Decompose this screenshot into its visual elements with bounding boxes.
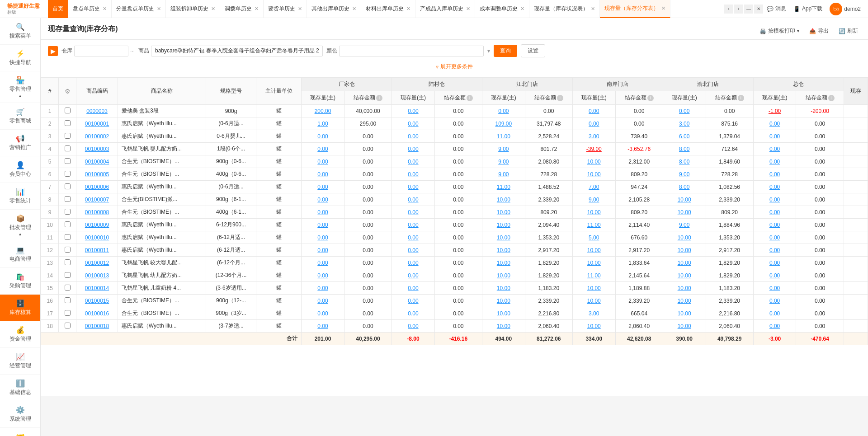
t-qty[interactable]: 0.00 — [753, 181, 796, 193]
l-qty[interactable]: 0.00 — [392, 269, 435, 282]
row-checkbox[interactable] — [65, 120, 71, 126]
tab-1[interactable]: 分量盘点单历史✕ — [112, 0, 166, 18]
yb-qty[interactable]: 10.00 — [663, 231, 706, 244]
close-window-btn[interactable]: ✕ — [754, 5, 763, 14]
l-qty[interactable]: 0.00 — [392, 117, 435, 130]
na-qty[interactable]: 7.00 — [572, 181, 615, 193]
sidebar-item-12[interactable]: 📈经营管理 — [0, 348, 40, 375]
t-qty[interactable]: 0.00 — [753, 269, 796, 282]
message-btn[interactable]: 💬 消息 — [767, 5, 786, 13]
jb-qty[interactable]: 10.00 — [482, 193, 525, 206]
yb-qty[interactable]: 10.00 — [663, 295, 706, 307]
tab-2[interactable]: 组装拆卸单历史✕ — [166, 0, 220, 18]
f-qty[interactable]: 0.00 — [302, 307, 344, 320]
t-qty[interactable]: 0.00 — [753, 231, 796, 244]
f-qty[interactable]: 0.00 — [302, 219, 344, 231]
sidebar-item-1[interactable]: ⚡快捷导航 — [0, 45, 40, 71]
search-btn[interactable]: 查询 — [494, 45, 517, 57]
close-tab-2[interactable]: ✕ — [211, 6, 215, 12]
close-tab-8[interactable]: ✕ — [520, 6, 524, 12]
sidebar-item-2[interactable]: 🏪零售管理▴ — [0, 71, 40, 103]
row-checkbox[interactable] — [65, 133, 71, 139]
close-tab-7[interactable]: ✕ — [466, 6, 470, 12]
t-qty[interactable]: 0.00 — [753, 168, 796, 181]
tab-3[interactable]: 调拨单历史✕ — [220, 0, 264, 18]
jb-qty[interactable]: 11.00 — [482, 130, 525, 143]
f-qty[interactable]: 0.00 — [302, 295, 344, 307]
l-qty[interactable]: 0.00 — [392, 244, 435, 257]
l-qty[interactable]: 0.00 — [392, 282, 435, 295]
f-qty[interactable]: 0.00 — [302, 231, 344, 244]
yb-qty[interactable]: 8.00 — [663, 143, 706, 155]
jb-qty[interactable]: 10.00 — [482, 206, 525, 219]
yb-qty[interactable]: 10.00 — [663, 257, 706, 269]
product-code[interactable]: 00100009 — [76, 219, 118, 231]
product-code[interactable]: 00100013 — [76, 269, 118, 282]
jb-qty[interactable]: 9.00 — [482, 168, 525, 181]
jb-qty[interactable]: 10.00 — [482, 244, 525, 257]
jb-qty[interactable]: 10.00 — [482, 295, 525, 307]
jb-qty[interactable]: 10.00 — [482, 219, 525, 231]
sidebar-item-8[interactable]: 💻电商管理 — [0, 241, 40, 268]
yb-qty[interactable]: 10.00 — [663, 320, 706, 333]
f-qty[interactable]: 0.00 — [302, 181, 344, 193]
product-code[interactable]: 00100010 — [76, 231, 118, 244]
sidebar-item-13[interactable]: ℹ️基础信息 — [0, 375, 40, 401]
row-checkbox[interactable] — [65, 183, 71, 189]
tab-home[interactable]: 首页 — [48, 0, 68, 18]
sidebar-item-10[interactable]: 🗄️库存核算 — [0, 295, 40, 321]
yb-qty[interactable]: 9.00 — [663, 168, 706, 181]
yb-qty[interactable]: 10.00 — [663, 206, 706, 219]
yb-qty[interactable]: 6.00 — [663, 130, 706, 143]
jb-qty[interactable]: 109.00 — [482, 117, 525, 130]
product-code[interactable]: 00100006 — [76, 181, 118, 193]
product-code[interactable]: 00100015 — [76, 295, 118, 307]
close-tab-6[interactable]: ✕ — [406, 6, 410, 12]
t-qty[interactable]: 0.00 — [753, 219, 796, 231]
product-code[interactable]: 00100011 — [76, 244, 118, 257]
na-qty[interactable]: 0.00 — [572, 117, 615, 130]
row-checkbox[interactable] — [65, 221, 71, 227]
jb-qty[interactable]: 10.00 — [482, 257, 525, 269]
sidebar-item-15[interactable]: 🤝企业协同 — [0, 428, 40, 436]
row-checkbox[interactable] — [65, 259, 71, 265]
tab-8[interactable]: 成本调整单历史✕ — [475, 0, 529, 18]
l-qty[interactable]: 0.00 — [392, 206, 435, 219]
yb-qty[interactable]: 0.00 — [663, 105, 706, 117]
l-qty[interactable]: 0.00 — [392, 105, 435, 117]
yb-qty[interactable]: 10.00 — [663, 244, 706, 257]
t-qty[interactable]: 0.00 — [753, 193, 796, 206]
warehouse-input[interactable] — [74, 46, 128, 56]
expand-conditions-btn[interactable]: ▿ 展开更多条件 — [48, 61, 861, 72]
row-checkbox[interactable] — [65, 285, 71, 291]
na-qty[interactable]: 10.00 — [572, 257, 615, 269]
sidebar-item-0[interactable]: 🔍搜索英单 — [0, 18, 40, 45]
info-icon-1[interactable]: i — [376, 95, 382, 101]
f-qty[interactable]: 0.00 — [302, 320, 344, 333]
l-qty[interactable]: 0.00 — [392, 219, 435, 231]
yb-qty[interactable]: 10.00 — [663, 307, 706, 320]
tab-9[interactable]: 现存量（库存状况表）✕ — [529, 0, 600, 18]
l-qty[interactable]: 0.00 — [392, 320, 435, 333]
scroll-right-btn[interactable]: › — [734, 5, 743, 14]
row-checkbox[interactable] — [65, 108, 71, 113]
goods-input[interactable] — [151, 46, 323, 56]
info-icon-6[interactable]: i — [828, 95, 835, 101]
product-code[interactable]: 00100003 — [76, 143, 118, 155]
na-qty[interactable]: 10.00 — [572, 155, 615, 168]
product-code[interactable]: 00100016 — [76, 307, 118, 320]
row-checkbox[interactable] — [65, 209, 71, 215]
yb-qty[interactable]: 10.00 — [663, 193, 706, 206]
jb-qty[interactable]: 0.00 — [482, 105, 525, 117]
t-qty[interactable]: 0.00 — [753, 307, 796, 320]
t-qty[interactable]: 0.00 — [753, 206, 796, 219]
close-tab-5[interactable]: ✕ — [352, 6, 356, 12]
color-input[interactable] — [339, 46, 484, 56]
na-qty[interactable]: 10.00 — [572, 295, 615, 307]
product-code[interactable]: 00100004 — [76, 155, 118, 168]
product-code[interactable]: 00100001 — [76, 117, 118, 130]
tab-4[interactable]: 要货单历史✕ — [264, 0, 307, 18]
product-code[interactable]: 00100008 — [76, 206, 118, 219]
product-code[interactable]: 00100002 — [76, 130, 118, 143]
warehouse-dots-btn[interactable]: ··· — [130, 48, 135, 54]
